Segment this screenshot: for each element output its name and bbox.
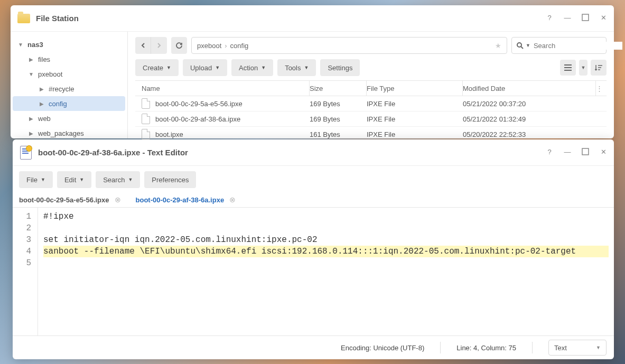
table-header: Name Size File Type Modified Date ⋮ (135, 80, 607, 96)
tab-close-icon[interactable]: ⊗ (229, 195, 236, 204)
tree-item-label: pxeboot (38, 70, 62, 78)
file-type: IPXE File (367, 115, 463, 123)
search-box[interactable]: ▼ (511, 37, 607, 54)
file-name: boot-00-0c-29-5a-e5-56.ipxe (155, 100, 242, 108)
chevron-down-icon: ▼ (17, 42, 24, 48)
text-editor-window: boot-00-0c-29-af-38-6a.ipxe - Text Edito… (13, 139, 614, 359)
close-icon[interactable]: ✕ (599, 14, 608, 23)
more-columns-icon[interactable]: ⋮ (596, 81, 607, 96)
upload-button[interactable]: Upload▼ (183, 59, 227, 76)
file-size: 169 Bytes (310, 100, 367, 108)
folder-icon (17, 12, 31, 25)
window-title: File Station (36, 14, 545, 23)
code-line: set initiator-iqn iqn.2022-05.com.linuxh… (43, 235, 317, 245)
tree-root[interactable]: ▼ nas3 (13, 37, 125, 52)
line-number: 5 (13, 257, 31, 269)
tree-item-files[interactable]: ▶files (13, 52, 125, 67)
tree-root-label: nas3 (27, 41, 43, 49)
folder-tree: ▼ nas3 ▶files▼pxeboot▶#recycle▶config▶we… (11, 32, 128, 138)
window-title: boot-00-0c-29-af-38-6a.ipxe - Text Edito… (38, 148, 545, 157)
svg-rect-0 (582, 14, 589, 21)
forward-button[interactable] (151, 37, 167, 54)
editor-tab[interactable]: boot-00-0c-29-5a-e5-56.ipxe⊗ (19, 195, 121, 204)
tree-item-recycle[interactable]: ▶#recycle (13, 81, 125, 96)
tree-item-label: config (49, 100, 67, 108)
file-date: 05/21/2022 01:32:49 (463, 115, 596, 123)
chevron-right-icon: ▶ (38, 101, 45, 107)
chevron-right-icon: ▶ (38, 86, 45, 92)
line-number: 3 (13, 234, 31, 246)
star-icon[interactable]: ★ (495, 42, 501, 50)
encoding-status: Encoding: Unicode (UTF-8) (341, 344, 424, 352)
code-line: sanboot --filename \EFI\ubuntu\shimx64.e… (43, 246, 609, 257)
maximize-icon[interactable] (581, 148, 590, 157)
chevron-right-icon: › (225, 42, 227, 50)
file-icon (142, 129, 150, 139)
file-icon (142, 114, 150, 124)
file-name: boot-00-0c-29-af-38-6a.ipxe (155, 115, 240, 123)
chevron-right-icon: ▶ (27, 130, 35, 136)
help-icon[interactable]: ? (545, 148, 554, 157)
file-table: Name Size File Type Modified Date ⋮ boot… (135, 80, 607, 142)
col-name[interactable]: Name (135, 81, 310, 96)
breadcrumb-1[interactable]: config (230, 42, 249, 50)
text-editor-titlebar: boot-00-0c-29-af-38-6a.ipxe - Text Edito… (13, 139, 614, 166)
action-button[interactable]: Action▼ (231, 59, 273, 76)
sort-icon[interactable] (591, 60, 607, 76)
editor-tab[interactable]: boot-00-0c-29-af-38-6a.ipxe⊗ (136, 195, 236, 204)
text-editor-icon (19, 146, 33, 160)
create-button[interactable]: Create▼ (135, 59, 179, 76)
line-number: 1 (13, 211, 31, 222)
breadcrumb[interactable]: pxeboot › config ★ (191, 37, 507, 54)
col-size[interactable]: Size (310, 81, 367, 96)
view-dropdown-icon[interactable]: ▼ (579, 60, 587, 76)
cursor-status: Line: 4, Column: 75 (456, 344, 516, 352)
col-date[interactable]: Modified Date (463, 81, 596, 96)
line-gutter: 12345 (13, 208, 38, 335)
file-date: 05/20/2022 22:52:33 (463, 130, 596, 138)
refresh-button[interactable] (171, 37, 187, 54)
col-type[interactable]: File Type (367, 81, 463, 96)
back-button[interactable] (135, 37, 151, 54)
table-row[interactable]: boot-00-0c-29-5a-e5-56.ipxe169 BytesIPXE… (135, 96, 607, 111)
language-select[interactable]: Text▼ (548, 340, 607, 356)
svg-point-1 (517, 43, 521, 47)
tab-label: boot-00-0c-29-af-38-6a.ipxe (136, 196, 225, 204)
tools-button[interactable]: Tools▼ (277, 59, 316, 76)
edit-menu[interactable]: Edit▼ (57, 171, 91, 188)
file-station-titlebar: File Station ? — ✕ (11, 5, 614, 32)
breadcrumb-0[interactable]: pxeboot (197, 42, 221, 50)
tree-item-webpackages[interactable]: ▶web_packages (13, 126, 125, 138)
close-icon[interactable]: ✕ (599, 148, 608, 157)
search-input[interactable] (534, 42, 622, 50)
search-dropdown-icon[interactable]: ▼ (526, 43, 530, 48)
file-size: 169 Bytes (310, 115, 367, 123)
code-area[interactable]: #!ipxe set initiator-iqn iqn.2022-05.com… (38, 208, 614, 335)
chevron-right-icon: ▶ (27, 116, 35, 122)
list-view-icon[interactable] (560, 60, 576, 76)
chevron-down-icon: ▼ (27, 71, 35, 77)
file-date: 05/21/2022 00:37:20 (463, 100, 596, 108)
file-icon (142, 98, 150, 109)
settings-button[interactable]: Settings (320, 59, 360, 76)
tree-item-web[interactable]: ▶web (13, 111, 125, 126)
table-row[interactable]: boot-00-0c-29-af-38-6a.ipxe169 BytesIPXE… (135, 111, 607, 127)
tree-item-config[interactable]: ▶config (13, 96, 125, 111)
tab-label: boot-00-0c-29-5a-e5-56.ipxe (19, 196, 109, 204)
tree-item-label: web_packages (38, 129, 84, 137)
tree-item-label: #recycle (49, 85, 74, 93)
search-menu[interactable]: Search▼ (96, 171, 140, 188)
status-bar: Encoding: Unicode (UTF-8) Line: 4, Colum… (13, 336, 614, 359)
tab-close-icon[interactable]: ⊗ (115, 195, 121, 204)
minimize-icon[interactable]: — (563, 14, 572, 23)
minimize-icon[interactable]: — (563, 148, 572, 157)
code-editor[interactable]: 12345 #!ipxe set initiator-iqn iqn.2022-… (13, 207, 614, 336)
line-number: 2 (13, 222, 31, 234)
help-icon[interactable]: ? (545, 14, 554, 23)
tree-item-pxeboot[interactable]: ▼pxeboot (13, 67, 125, 81)
file-menu[interactable]: File▼ (19, 171, 53, 188)
maximize-icon[interactable] (581, 14, 590, 23)
preferences-button[interactable]: Preferences (144, 171, 196, 188)
tree-item-label: files (38, 55, 50, 63)
chevron-right-icon: ▶ (27, 57, 35, 62)
